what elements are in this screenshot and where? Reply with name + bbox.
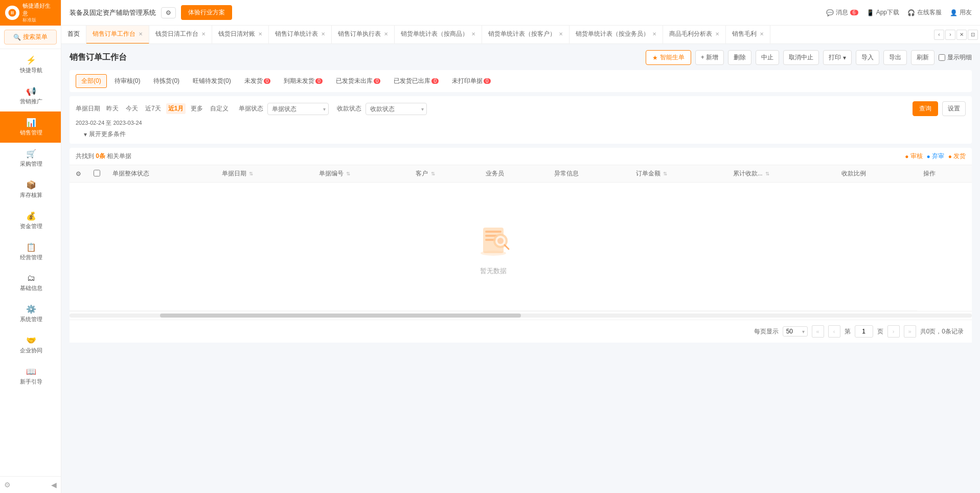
date-7days[interactable]: 近7天 [143, 103, 163, 114]
date-more[interactable]: 更多 [189, 103, 205, 114]
close-sales-stats-staff-tab[interactable]: ✕ [652, 32, 656, 37]
sidebar-item-finance[interactable]: 💰 资金管理 [0, 205, 61, 236]
online-service-button[interactable]: 🎧 在线客服 [907, 8, 942, 17]
prev-page-button[interactable]: ‹ [828, 325, 840, 338]
expand-conditions-button[interactable]: ▾ 展开更多条件 [84, 130, 966, 139]
sidebar-item-quick-nav[interactable]: ⚡ 快捷导航 [0, 49, 61, 80]
sidebar-item-cooperation[interactable]: 🤝 企业协同 [0, 329, 61, 361]
filter-tab-shipped-not-out[interactable]: 已发货未出库0 [330, 74, 386, 88]
th-date[interactable]: 单据日期 ⇅ [216, 165, 313, 183]
user-menu-button[interactable]: 👤 用友 [950, 8, 972, 17]
filter-tab-shipped-out[interactable]: 已发货已出库0 [388, 74, 444, 88]
filter-tab-expired-not-shipped[interactable]: 到期未发货0 [278, 74, 328, 88]
next-page-button[interactable]: › [887, 325, 900, 338]
sidebar-item-operations[interactable]: 📋 经营管理 [0, 236, 61, 267]
export-button[interactable]: 导出 [883, 50, 907, 65]
tab-scroll-right[interactable]: › [945, 30, 955, 40]
refresh-button[interactable]: 刷新 [911, 50, 935, 65]
messages-button[interactable]: 💬 消息 6 [826, 8, 858, 17]
last-page-button[interactable]: » [904, 325, 916, 338]
filter-tab-not-shipped[interactable]: 未发货0 [239, 74, 277, 88]
filter-tab-pending-audit[interactable]: 待审核(0) [109, 74, 146, 88]
close-sales-stats-product-tab[interactable]: ✕ [471, 32, 475, 37]
show-detail-input[interactable] [939, 54, 945, 61]
status-select[interactable]: 单据状态 [267, 103, 329, 115]
cancel-audit-icon: ● [927, 153, 930, 160]
delete-button[interactable]: 删除 [728, 50, 751, 65]
sidebar-item-marketing[interactable]: 📢 营销推广 [0, 80, 61, 111]
th-settings[interactable]: ⚙ [70, 165, 87, 183]
system-settings-button[interactable]: ⚙ [161, 7, 176, 18]
import-button[interactable]: 导入 [856, 50, 879, 65]
close-sales-gross-tab[interactable]: ✕ [760, 32, 764, 37]
app-download-button[interactable]: 📱 App下载 [867, 8, 899, 17]
page-size-select[interactable]: 50 20 100 [783, 326, 808, 337]
tab-sales-stats-product[interactable]: 销货单统计表（按商品） ✕ [395, 26, 482, 44]
sort-date-icon: ⇅ [249, 171, 253, 176]
close-cash-daily-tab[interactable]: ✕ [201, 32, 206, 37]
print-button[interactable]: 打印 ▾ [823, 50, 852, 65]
th-staff[interactable]: 业务员 [480, 165, 548, 183]
sidebar-item-sales[interactable]: 📊 销售管理 [0, 111, 61, 143]
date-today[interactable]: 今天 [124, 103, 140, 114]
tab-sales-workbench[interactable]: 销售订单工作台 ✕ [86, 26, 149, 44]
sidebar-item-purchase[interactable]: 🛒 采购管理 [0, 143, 61, 174]
date-1month[interactable]: 近1月 [166, 103, 186, 114]
sidebar-item-inventory[interactable]: 📦 库存核算 [0, 174, 61, 205]
tab-scroll-left[interactable]: ‹ [934, 30, 944, 40]
th-collected[interactable]: 累计收款... ⇅ [727, 165, 835, 183]
sidebar-label-quick-nav: 快捷导航 [20, 66, 42, 74]
tab-sales-stats[interactable]: 销售订单统计表 ✕ [269, 26, 332, 44]
close-sales-exec-tab[interactable]: ✕ [384, 32, 388, 37]
audit-quick-button[interactable]: ● 审核 [905, 152, 922, 161]
settings-button[interactable]: ⚙ [4, 481, 11, 489]
operations-icon: 📋 [26, 242, 36, 252]
horizontal-scrollbar[interactable] [70, 311, 972, 320]
tab-home[interactable]: 首页 [61, 26, 86, 44]
th-customer[interactable]: 客户 ⇅ [409, 165, 480, 183]
close-sales-workbench-tab[interactable]: ✕ [139, 32, 143, 37]
ship-quick-button[interactable]: ● 发货 [948, 152, 966, 161]
date-yesterday[interactable]: 昨天 [104, 103, 121, 114]
smart-create-button[interactable]: ★ 智能生单 [646, 50, 691, 65]
filter-tab-wangpu[interactable]: 旺铺待发货(0) [187, 74, 237, 88]
sort-collected-icon: ⇅ [765, 171, 769, 176]
payment-select[interactable]: 收款状态 [366, 103, 427, 115]
first-page-button[interactable]: « [812, 325, 824, 338]
page-number-input[interactable] [855, 325, 873, 338]
tab-cash-reconcile[interactable]: 钱货日清对账 ✕ [212, 26, 269, 44]
tab-sales-exec[interactable]: 销售订单执行表 ✕ [332, 26, 395, 44]
date-custom[interactable]: 自定义 [208, 103, 231, 114]
reset-button[interactable]: 设置 [942, 101, 966, 116]
cancel-audit-quick-button[interactable]: ● 弃审 [927, 152, 944, 161]
select-all-checkbox[interactable] [94, 170, 100, 176]
filter-tab-not-printed[interactable]: 未打印单据0 [446, 74, 496, 88]
sidebar-item-guide[interactable]: 📖 新手引导 [0, 361, 61, 392]
close-sales-stats-tab[interactable]: ✕ [321, 32, 325, 37]
search-button[interactable]: 查询 [913, 101, 938, 116]
filter-tab-all[interactable]: 全部(0) [76, 74, 107, 88]
close-cash-reconcile-tab[interactable]: ✕ [258, 32, 262, 37]
search-menu-button[interactable]: 🔍 搜索菜单 [4, 30, 57, 44]
collapse-sidebar-button[interactable]: ◀ [51, 481, 57, 489]
tab-close-all[interactable]: ✕ [956, 30, 967, 40]
show-detail-checkbox[interactable]: 显示明细 [939, 53, 972, 62]
th-amount[interactable]: 订单金额 ⇅ [630, 165, 727, 183]
tab-sales-stats-customer[interactable]: 销货单统计表（按客户） ✕ [482, 26, 569, 44]
industry-solution-button[interactable]: 体验行业方案 [181, 5, 232, 20]
th-number[interactable]: 单据编号 ⇅ [313, 165, 410, 183]
sidebar-item-basic-info[interactable]: 🗂 基础信息 [0, 267, 61, 298]
filter-tab-pending-inspect[interactable]: 待拣货(0) [148, 74, 185, 88]
tab-sales-stats-staff[interactable]: 销货单统计表（按业务员） ✕ [569, 26, 663, 44]
sidebar-item-system[interactable]: ⚙️ 系统管理 [0, 298, 61, 329]
tab-sales-gross[interactable]: 销售毛利 ✕ [726, 26, 770, 44]
stop-button[interactable]: 中止 [756, 50, 779, 65]
tab-gross-profit[interactable]: 商品毛利分析表 ✕ [663, 26, 726, 44]
tab-expand[interactable]: ⊡ [968, 30, 978, 40]
add-button[interactable]: + 新增 [695, 50, 724, 65]
close-sales-stats-customer-tab[interactable]: ✕ [559, 32, 563, 37]
tab-cash-daily[interactable]: 钱货日清工作台 ✕ [149, 26, 212, 44]
close-gross-profit-tab[interactable]: ✕ [715, 32, 719, 37]
cancel-stop-button[interactable]: 取消中止 [783, 50, 819, 65]
th-checkbox[interactable] [87, 165, 106, 183]
